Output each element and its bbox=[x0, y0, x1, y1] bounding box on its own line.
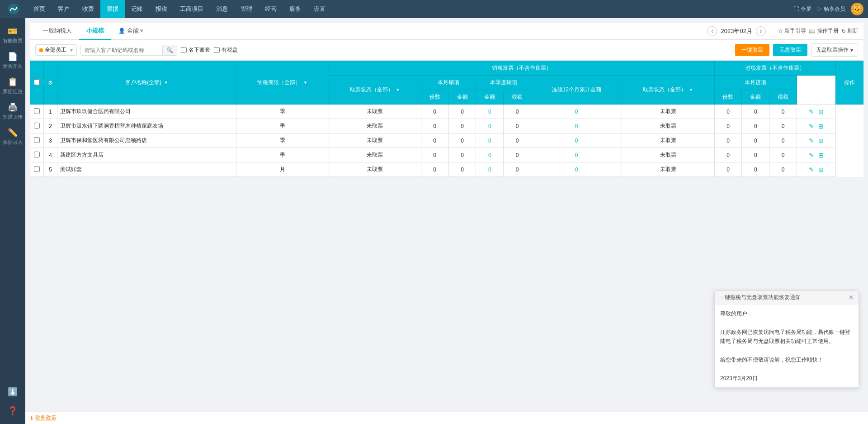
th-purchase-group: 进项发票（不含作废票） bbox=[714, 61, 836, 76]
period-prev-btn[interactable]: ‹ bbox=[707, 26, 717, 36]
row-select-2[interactable] bbox=[34, 137, 40, 143]
table-row: 5 测试账套 月 未取票 0 0 0 0 0 未取票 0 0 0 ✎ ⊞ bbox=[30, 162, 863, 177]
tax-policy-link[interactable]: 税务政策 bbox=[35, 414, 57, 422]
row-sales-status-3: 未取票 bbox=[329, 148, 421, 162]
period-next-btn[interactable]: › bbox=[756, 26, 766, 36]
row-purchase-month-tax-0: 0 bbox=[769, 105, 797, 119]
nav-invoice[interactable]: 票据 bbox=[100, 0, 125, 18]
notification-close-btn[interactable]: ✕ bbox=[849, 294, 854, 301]
row-purchase-month-tax-1: 0 bbox=[769, 119, 797, 133]
nav-service[interactable]: 服务 bbox=[283, 0, 307, 18]
tax-period-filter-icon[interactable]: ▼ bbox=[303, 80, 308, 85]
row-tax-period-1: 季 bbox=[236, 119, 329, 133]
member-btn[interactable]: ▷ 畅享会员 bbox=[817, 5, 845, 13]
th-sales-month-qty: 份数 bbox=[421, 90, 448, 105]
th-settings: ⚙ bbox=[44, 61, 57, 105]
sidebar-item-invoice-entry[interactable]: ✏️ 票据录入 bbox=[0, 124, 25, 149]
sidebar-help[interactable]: ❓ bbox=[0, 402, 25, 419]
sales-status-filter-icon[interactable]: ▼ bbox=[396, 87, 400, 92]
row-edit-icon-3[interactable]: ✎ bbox=[809, 152, 814, 159]
no-disk-ops-btn[interactable]: 无盘取票操作 ▾ bbox=[811, 43, 858, 57]
refresh-icon: ↻ bbox=[841, 28, 846, 34]
row-select-1[interactable] bbox=[34, 123, 40, 129]
row-sales-month-amount-1: 0 bbox=[448, 119, 476, 133]
invoice-table: ⚙ 客户名称(全部) ▼ 纳税期限（全部） ▼ 销项发票（不含作废票） 进项发票… bbox=[30, 61, 863, 177]
row-purchase-month-amount-1: 0 bbox=[742, 119, 769, 133]
tab-bar: 一般纳税人 小规模 👤 全能 ▾ ‹ 2023年02月 › | ☆ 新手引导 📖… bbox=[30, 23, 863, 40]
row-edit-icon-4[interactable]: ✎ bbox=[809, 166, 814, 173]
th-purchase-month-tax: 税额 bbox=[769, 90, 797, 105]
row-purchase-status-4: 未取票 bbox=[622, 162, 714, 177]
row-customer-0: 卫辉市玖玖健合医药有限公司 bbox=[57, 105, 236, 119]
nav-manage[interactable]: 管理 bbox=[234, 0, 259, 18]
tab-all[interactable]: 👤 全能 ▾ bbox=[111, 23, 151, 40]
refresh-btn[interactable]: ↻ 刷新 bbox=[841, 27, 858, 35]
search-input[interactable] bbox=[81, 45, 162, 55]
nav-settings[interactable]: 设置 bbox=[307, 0, 332, 18]
user-avatar[interactable]: 🐱 bbox=[851, 3, 863, 15]
nav-operation[interactable]: 经营 bbox=[259, 0, 283, 18]
row-purchase-month-qty-3: 0 bbox=[714, 148, 742, 162]
tab-small-scale[interactable]: 小规模 bbox=[79, 23, 111, 40]
row-view-icon-1[interactable]: ⊞ bbox=[818, 123, 824, 130]
row-edit-icon-1[interactable]: ✎ bbox=[809, 123, 814, 130]
nav-message[interactable]: 消息 bbox=[210, 0, 234, 18]
my-accounts-checkbox[interactable] bbox=[181, 47, 187, 53]
my-accounts-label: 名下账套 bbox=[189, 46, 210, 54]
has-tax-disk-checkbox[interactable] bbox=[214, 47, 220, 53]
row-sales-month-qty-2: 0 bbox=[421, 133, 448, 148]
search-button[interactable]: 🔍 bbox=[162, 45, 177, 55]
select-all-checkbox[interactable] bbox=[34, 79, 40, 85]
th-month-purchase: 本月进项 bbox=[714, 76, 797, 90]
employee-filter[interactable]: 全部员工 ▾ bbox=[35, 44, 77, 56]
row-view-icon-2[interactable]: ⊞ bbox=[818, 137, 824, 144]
row-sales-status-1: 未取票 bbox=[329, 119, 421, 133]
invoice-summary-icon: 📋 bbox=[8, 77, 18, 87]
row-view-icon-0[interactable]: ⊞ bbox=[818, 108, 824, 115]
th-checkbox bbox=[30, 61, 44, 105]
nav-tax[interactable]: 报税 bbox=[149, 0, 174, 18]
customer-filter-icon[interactable]: ▼ bbox=[164, 80, 168, 85]
row-sales-month-amount-3: 0 bbox=[448, 148, 476, 162]
sidebar-item-invoice-summary[interactable]: 📋 票据汇总 bbox=[0, 73, 25, 99]
no-disk-btn[interactable]: 无盘取票 bbox=[773, 44, 807, 56]
has-tax-disk-checkbox-label[interactable]: 有税盘 bbox=[214, 46, 238, 54]
row-sales-quarter-tax-1: 0 bbox=[504, 119, 531, 133]
sidebar-download[interactable]: ⬇️ bbox=[0, 383, 25, 400]
row-select-0[interactable] bbox=[34, 108, 40, 114]
sidebar-item-scan-upload[interactable]: 🖨️ 扫描上传 bbox=[0, 99, 25, 124]
row-cumulative-1: 0 bbox=[531, 119, 622, 133]
nav-commerce[interactable]: 工商项目 bbox=[174, 0, 210, 18]
tab-general-taxpayer[interactable]: 一般纳税人 bbox=[35, 23, 79, 40]
sidebar-item-smart-ticket[interactable]: 🎫 智能取票 bbox=[0, 23, 25, 48]
row-view-icon-4[interactable]: ⊞ bbox=[818, 166, 824, 173]
row-view-icon-3[interactable]: ⊞ bbox=[818, 152, 824, 159]
nav-bookkeeping[interactable]: 记账 bbox=[125, 0, 149, 18]
row-purchase-month-amount-4: 0 bbox=[742, 162, 769, 177]
new-user-guide-btn[interactable]: ☆ 新手引导 bbox=[778, 27, 806, 35]
nav-customer[interactable]: 客户 bbox=[52, 0, 76, 18]
row-tax-period-3: 季 bbox=[236, 148, 329, 162]
dropdown-arrow-icon: ▾ bbox=[850, 47, 853, 53]
purchase-status-filter-icon[interactable]: ▼ bbox=[689, 87, 693, 92]
sidebar-item-invoice-open[interactable]: 📄 发票开具 bbox=[0, 48, 25, 73]
row-no-0: 1 bbox=[44, 105, 57, 119]
manual-btn[interactable]: 📖 操作手册 bbox=[809, 27, 839, 35]
nav-home[interactable]: 首页 bbox=[27, 0, 52, 18]
my-accounts-checkbox-label[interactable]: 名下账套 bbox=[181, 46, 210, 54]
row-purchase-status-2: 未取票 bbox=[622, 133, 714, 148]
th-purchase-status: 取票状态（全部） ▼ bbox=[622, 76, 714, 105]
manual-icon: 📖 bbox=[809, 28, 816, 34]
row-edit-icon-2[interactable]: ✎ bbox=[809, 137, 814, 144]
employee-filter-arrow: ▾ bbox=[70, 47, 73, 53]
row-edit-icon-0[interactable]: ✎ bbox=[809, 108, 814, 115]
nav-fee[interactable]: 收费 bbox=[76, 0, 100, 18]
guide-icon: ☆ bbox=[778, 28, 783, 34]
row-select-4[interactable] bbox=[34, 166, 40, 172]
row-select-3[interactable] bbox=[34, 152, 40, 157]
top-nav: 首页 客户 收费 票据 记账 报税 工商项目 消息 管理 经营 服务 设置 ⛶ … bbox=[0, 0, 868, 18]
row-sales-month-qty-1: 0 bbox=[421, 119, 448, 133]
notification-content: 江苏政务网已恢复访问电子税务局功能，易代账一键登陆电子税务局与无盘取票相关功能可… bbox=[720, 328, 853, 346]
fullscreen-btn[interactable]: ⛶ 全屏 bbox=[793, 5, 811, 13]
one-click-btn[interactable]: 一键取票 bbox=[735, 44, 769, 56]
